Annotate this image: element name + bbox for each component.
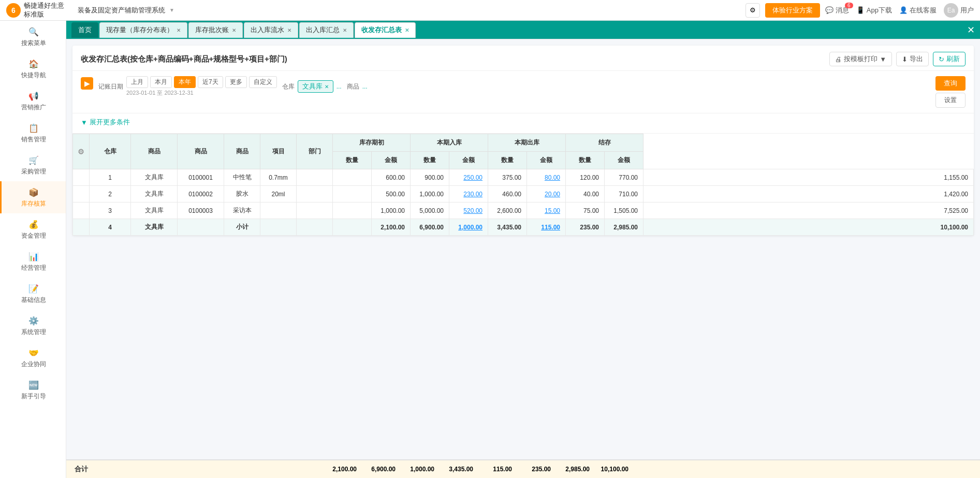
warehouse-tag-close[interactable]: ✕ (325, 84, 329, 90)
refresh-icon: ↻ (939, 55, 944, 63)
system-dropdown-arrow[interactable]: ▼ (169, 7, 174, 13)
table-gear-icon[interactable]: ⚙ (78, 148, 84, 156)
report-card: 收发存汇总表(按仓库+商品编码+商品+规格型号+项目+部门) 🖨 按模板打印 ▼… (72, 46, 974, 236)
row-in-qty[interactable]: 1,000.00 (449, 219, 488, 236)
warehouse-tag-text: 文具库 (302, 82, 323, 91)
footer-open-qty: 2,100.00 (323, 466, 362, 473)
sidebar-label-enterprise: 企业协同 (21, 360, 46, 369)
row-open-amt: 6,900.00 (411, 219, 449, 236)
sidebar-item-operations[interactable]: 📊 经营管理 (0, 245, 66, 278)
message-icon: 💬 (825, 6, 833, 14)
sidebar-label-sales: 销售管理 (21, 135, 46, 144)
gear-settings-button[interactable]: ⚙ (745, 3, 760, 18)
date-this-month[interactable]: 本月 (150, 76, 172, 88)
th-outbound-group: 本期出库 (488, 134, 566, 152)
report-actions: 🖨 按模板打印 ▼ ⬇ 导出 ↻ 刷新 (829, 52, 966, 66)
sidebar-label-marketing: 营销推广 (21, 103, 46, 112)
row-goods: 小计 (224, 219, 260, 236)
marketing-icon: 📢 (28, 91, 39, 101)
row-warehouse: 文具库 (131, 169, 178, 186)
row-project (297, 169, 333, 186)
footer-out-qty: 115.00 (478, 466, 517, 473)
date-this-year[interactable]: 本年 (174, 76, 196, 88)
date-last-month[interactable]: 上月 (126, 76, 148, 88)
sidebar-item-finance[interactable]: 💰 资金管理 (0, 213, 66, 245)
sidebar-item-marketing[interactable]: 📢 营销推广 (0, 85, 66, 117)
th-closing-group: 结存 (566, 134, 643, 152)
date-custom[interactable]: 自定义 (249, 76, 277, 88)
sidebar-item-purchase[interactable]: 🛒 采购管理 (0, 149, 66, 181)
tab-stock-dist-close[interactable]: ✕ (177, 27, 181, 33)
row-goods: 采访本 (224, 202, 260, 219)
sidebar-item-inventory[interactable]: 📦 库存核算 (0, 181, 66, 213)
tab-batch-close[interactable]: ✕ (232, 27, 236, 33)
tab-home[interactable]: 首页 (71, 22, 98, 38)
date-last-7days[interactable]: 近7天 (198, 76, 223, 88)
sidebar-item-quicknav[interactable]: 🏠 快捷导航 (0, 53, 66, 85)
row-code: 0100002 (178, 186, 224, 202)
goods-more-button[interactable]: ... (362, 83, 368, 90)
row-in-qty[interactable]: 250.00 (449, 169, 488, 186)
row-open-qty: 500.00 (372, 186, 411, 202)
warehouse-tag[interactable]: 文具库 ✕ (298, 80, 333, 93)
row-dept (333, 169, 372, 186)
tab-inout-summary[interactable]: 出入库汇总 ✕ (299, 22, 354, 38)
date-more[interactable]: 更多 (225, 76, 247, 88)
setting-button[interactable]: 设置 (935, 93, 966, 108)
table-row: 1文具库0100001中性笔0.7mm600.00900.00250.00375… (73, 169, 974, 186)
row-code: 0100001 (178, 169, 224, 186)
query-button[interactable]: 查询 (935, 76, 966, 91)
tab-batch[interactable]: 库存批次账 ✕ (188, 22, 243, 38)
th-open-qty: 数量 (333, 152, 372, 169)
row-in-qty[interactable]: 230.00 (449, 186, 488, 202)
row-out-qty[interactable]: 15.00 (527, 202, 566, 219)
export-button[interactable]: ⬇ 导出 (896, 52, 929, 66)
tab-recv-send-close[interactable]: ✕ (405, 27, 409, 33)
row-spec: 0.7mm (260, 169, 297, 186)
tab-inout-summary-close[interactable]: ✕ (343, 27, 347, 33)
message-button[interactable]: 💬 消息 6 (825, 6, 849, 15)
row-close-qty: 770.00 (605, 169, 643, 186)
row-no: 3 (90, 202, 131, 219)
row-close-qty: 2,985.00 (605, 219, 643, 236)
logo-area: 6 畅捷通好生意 标准版 (6, 2, 72, 19)
sidebar-item-basic[interactable]: 📝 基础信息 (0, 278, 66, 310)
print-dropdown-icon: ▼ (880, 55, 886, 63)
tab-stock-dist[interactable]: 现存量（库存分布表） ✕ (99, 22, 187, 38)
row-in-qty[interactable]: 520.00 (449, 202, 488, 219)
sidebar-item-guide[interactable]: 🆕 新手引导 (0, 374, 66, 406)
table-settings-col: ⚙ (73, 134, 90, 169)
sidebar-item-system[interactable]: ⚙️ 系统管理 (0, 310, 66, 342)
sidebar-label-purchase: 采购管理 (21, 167, 46, 176)
sidebar-item-sales[interactable]: 📋 销售管理 (0, 117, 66, 149)
sidebar-item-search[interactable]: 🔍 搜索菜单 (0, 21, 66, 53)
experience-button[interactable]: 体验行业方案 (765, 3, 820, 18)
tab-recv-send[interactable]: 收发存汇总表 ✕ (355, 22, 416, 38)
row-code: 0100003 (178, 202, 224, 219)
download-icon: 📱 (856, 6, 865, 14)
row-out-qty[interactable]: 80.00 (527, 169, 566, 186)
tab-inout-flow[interactable]: 出入库流水 ✕ (244, 22, 298, 38)
tab-inout-flow-close[interactable]: ✕ (287, 27, 291, 33)
filter-row: 记账日期 上月 本月 本年 近7天 更多 自定义 20 (98, 76, 930, 97)
expand-conditions-button[interactable]: ▼ 展开更多条件 (81, 115, 130, 129)
tab-recv-send-label: 收发存汇总表 (361, 25, 402, 35)
row-out-qty[interactable]: 115.00 (527, 219, 566, 236)
app-download-button[interactable]: 📱 App下载 (856, 6, 892, 15)
refresh-button[interactable]: ↻ 刷新 (933, 52, 966, 66)
warehouse-more-button[interactable]: ... (337, 83, 342, 90)
sidebar-item-enterprise[interactable]: 🤝 企业协同 (0, 342, 66, 374)
goods-filter-group: 商品 ... (347, 82, 368, 91)
logo-icon: 6 (6, 3, 21, 18)
close-all-tabs-button[interactable]: ✕ (967, 24, 975, 36)
filter-toggle-button[interactable]: ▶ (81, 77, 93, 90)
row-out-qty[interactable]: 20.00 (527, 186, 566, 202)
th-out-amt: 金额 (527, 152, 566, 169)
main-layout: 🔍 搜索菜单 🏠 快捷导航 📢 营销推广 📋 销售管理 🛒 采购管理 📦 库存核… (0, 21, 980, 478)
online-service-button[interactable]: 👤 在线客服 (899, 6, 937, 15)
th-in-amt: 金额 (449, 152, 488, 169)
print-button[interactable]: 🖨 按模板打印 ▼ (829, 52, 892, 66)
user-area[interactable]: Ea 用户 (944, 3, 974, 18)
sidebar-label-guide: 新手引导 (21, 392, 46, 401)
row-close-amt: 1,155.00 (643, 169, 974, 186)
